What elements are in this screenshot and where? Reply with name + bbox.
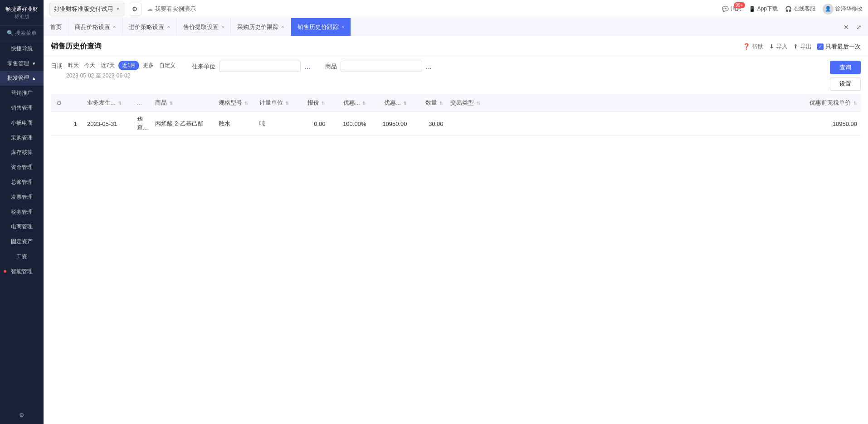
product-selector-label: 好业财标准版交付试用 xyxy=(54,5,113,13)
cell-txtype xyxy=(447,112,488,136)
sidebar-item-finance[interactable]: 资金管理 xyxy=(0,160,44,175)
sidebar-item-ecommerce[interactable]: 电商管理 xyxy=(0,219,44,234)
settings-icon: ⚙ xyxy=(19,412,24,419)
th-dots: ... xyxy=(133,94,151,112)
sidebar-item-purchase[interactable]: 采购管理 xyxy=(0,130,44,145)
avatar: 👤 xyxy=(823,4,834,14)
cell-product: 丙烯酸-2-乙基己酯 xyxy=(151,112,215,136)
date-option-more[interactable]: 更多 xyxy=(141,61,156,70)
demo-link[interactable]: ☁ 我要看实例演示 xyxy=(147,5,196,13)
tab-maximize-button[interactable]: ⤢ xyxy=(853,22,864,33)
tab-product-price[interactable]: 商品价格设置 × xyxy=(68,18,122,36)
tab-home[interactable]: 首页 xyxy=(44,18,68,36)
sidebar-item-sales[interactable]: 销售管理 xyxy=(0,101,44,116)
tabbar: 首页 商品价格设置 × 进价策略设置 × 售价提取设置 × 采购历史价跟踪 × … xyxy=(44,18,868,36)
date-options-container: 昨天 今天 近7天 近1月 更多 自定义 2023-05-02 至 2023-0… xyxy=(66,61,177,80)
data-table: ⚙ 业务发生... ⇅ ... 商品 ⇅ xyxy=(51,94,861,136)
th-txtype[interactable]: 交易类型 ⇅ xyxy=(447,94,488,112)
th-discount2[interactable]: 优惠... ⇅ xyxy=(370,94,410,112)
sidebar-item-marketing[interactable]: 营销推广 xyxy=(0,86,44,101)
sidebar-settings-button[interactable]: ⚙ xyxy=(0,406,44,424)
export-link[interactable]: ⬆ 导出 xyxy=(793,43,812,51)
partner-filter-dots[interactable]: ... xyxy=(304,63,310,71)
cloud-icon: ☁ xyxy=(147,5,153,12)
product-filter-label: 商品 xyxy=(325,63,337,71)
table-settings-icon[interactable]: ⚙ xyxy=(56,99,62,106)
date-option-7days[interactable]: 近7天 xyxy=(99,61,117,70)
query-button[interactable]: 查询 xyxy=(830,61,861,74)
tab-close-product-price[interactable]: × xyxy=(113,24,116,29)
tab-sales-history[interactable]: 销售历史价跟踪 × xyxy=(291,18,351,36)
table-row: 1 2023-05-31 华查... 丙烯酸-2-乙基己酯 散水 吨 0.00 … xyxy=(51,112,861,136)
message-button[interactable]: 💬 消息 99+ xyxy=(722,5,741,13)
sidebar-item-inventory[interactable]: 库存核算 xyxy=(0,145,44,160)
sidebar-item-smart[interactable]: 智能管理 xyxy=(0,264,44,279)
sort-icon-notax: ⇅ xyxy=(853,101,857,106)
sidebar-search[interactable]: 🔍 搜索菜单 xyxy=(0,26,44,41)
tab-close-purchase-history[interactable]: × xyxy=(281,24,284,29)
date-filter-group: 日期 昨天 今天 近7天 近1月 更多 自定义 2023-05-02 至 202… xyxy=(51,61,177,80)
th-qty[interactable]: 数量 ⇅ xyxy=(410,94,447,112)
sidebar-item-payroll[interactable]: 工资 xyxy=(0,249,44,264)
tab-close-purchase-strategy[interactable]: × xyxy=(167,24,170,29)
th-spec[interactable]: 规格型号 ⇅ xyxy=(215,94,256,112)
product-filter-group: 商品 ... xyxy=(325,61,432,72)
page-header: 销售历史价查询 ❓ 帮助 ⬇ 导入 ⬆ 导出 ✓ 只看最后一次 xyxy=(44,36,868,55)
sidebar-item-tax[interactable]: 税务管理 xyxy=(0,205,44,220)
date-filter-label: 日期 xyxy=(51,61,63,72)
sidebar-item-quick-nav[interactable]: 快捷导航 xyxy=(0,41,44,56)
message-icon: 💬 xyxy=(722,6,729,12)
import-link[interactable]: ⬇ 导入 xyxy=(769,43,788,51)
cell-price: 0.00 xyxy=(293,112,329,136)
th-notax[interactable]: 优惠前无税单价 ⇅ xyxy=(806,94,861,112)
date-range-display: 2023-05-02 至 2023-06-02 xyxy=(66,72,177,80)
tab-close-sale-extract[interactable]: × xyxy=(221,24,224,29)
sort-icon-qty: ⇅ xyxy=(439,101,443,106)
user-menu[interactable]: 👤 徐泽华修改 xyxy=(823,4,863,14)
partner-filter-input[interactable] xyxy=(219,61,301,72)
th-date[interactable]: 业务发生... ⇅ xyxy=(83,94,133,112)
sidebar-item-accounting[interactable]: 总账管理 xyxy=(0,175,44,190)
product-filter-input[interactable] xyxy=(341,61,422,72)
tab-close-all-button[interactable]: ✕ xyxy=(841,22,852,33)
cell-company: 华查... xyxy=(133,112,151,136)
cell-spacer xyxy=(488,112,806,136)
sidebar-item-assets[interactable]: 固定资产 xyxy=(0,234,44,249)
th-discount1[interactable]: 优惠... ⇅ xyxy=(329,94,370,112)
date-option-1month[interactable]: 近1月 xyxy=(118,61,140,70)
tab-sale-extract[interactable]: 售价提取设置 × xyxy=(177,18,231,36)
cell-unit: 吨 xyxy=(256,112,293,136)
only-last-checkbox[interactable]: ✓ xyxy=(817,43,824,50)
settings-button[interactable]: 设置 xyxy=(830,77,861,91)
cell-date: 2023-05-31 xyxy=(83,112,133,136)
help-link[interactable]: ❓ 帮助 xyxy=(743,43,764,51)
date-options-row: 昨天 今天 近7天 近1月 更多 自定义 xyxy=(66,61,177,70)
date-option-yesterday[interactable]: 昨天 xyxy=(66,61,81,70)
date-option-today[interactable]: 今天 xyxy=(83,61,97,70)
cell-num: 1 xyxy=(67,112,83,136)
product-filter-dots[interactable]: ... xyxy=(426,63,432,71)
sidebar-item-retail[interactable]: 零售管理 ▼ xyxy=(0,56,44,71)
app-edition: 标准版 xyxy=(15,13,29,20)
tab-close-sales-history[interactable]: × xyxy=(341,24,344,29)
chevron-down-icon: ▼ xyxy=(116,6,120,11)
question-icon: ❓ xyxy=(743,43,750,50)
th-product[interactable]: 商品 ⇅ xyxy=(151,94,215,112)
date-option-custom[interactable]: 自定义 xyxy=(157,61,177,70)
tab-purchase-history[interactable]: 采购历史价跟踪 × xyxy=(231,18,291,36)
th-price[interactable]: 报价 ⇅ xyxy=(293,94,329,112)
table-wrap: ⚙ 业务发生... ⇅ ... 商品 ⇅ xyxy=(44,94,868,143)
th-unit[interactable]: 计量单位 ⇅ xyxy=(256,94,293,112)
table-header-row: ⚙ 业务发生... ⇅ ... 商品 ⇅ xyxy=(51,94,861,112)
only-last-checkbox-label[interactable]: ✓ 只看最后一次 xyxy=(817,43,861,51)
topbar-settings-button[interactable]: ⚙ xyxy=(129,3,141,15)
sidebar-item-ecommerce-small[interactable]: 小畅电商 xyxy=(0,116,44,130)
chevron-up-icon: ▲ xyxy=(32,75,36,82)
tab-purchase-strategy[interactable]: 进价策略设置 × xyxy=(122,18,176,36)
page-title: 销售历史价查询 xyxy=(51,42,102,51)
app-download-button[interactable]: 📱 App下载 xyxy=(749,5,778,13)
sidebar-item-invoice[interactable]: 发票管理 xyxy=(0,190,44,205)
product-selector[interactable]: 好业财标准版交付试用 ▼ xyxy=(49,3,125,15)
sidebar-item-wholesale[interactable]: 批发管理 ▲ xyxy=(0,71,44,86)
online-service-button[interactable]: 🎧 在线客服 xyxy=(785,5,815,13)
